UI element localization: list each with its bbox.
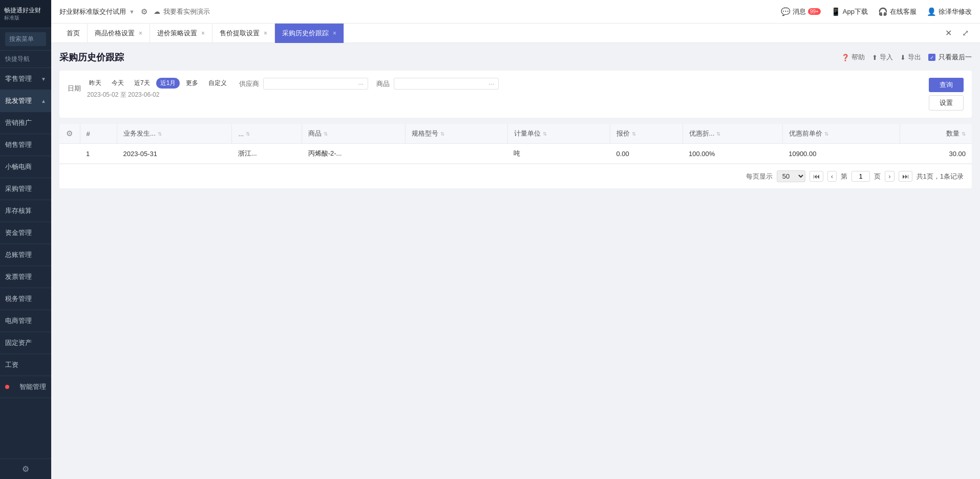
export-icon: ⬇ [900,54,906,61]
supplier-more-icon[interactable]: ··· [358,80,364,88]
col-spec: 规格型号 ⇅ [405,124,507,144]
next-page-button[interactable]: › [885,171,894,182]
sort-icon: ⇅ [632,131,636,137]
tab-history-price[interactable]: 采购历史价跟踪 × [275,24,344,43]
date-btn-custom[interactable]: 自定义 [204,78,231,89]
goods-input[interactable] [398,80,484,88]
last-page-button[interactable]: ⏭ [899,171,912,182]
sidebar-item-finance[interactable]: 资金管理 [0,222,51,244]
close-icon[interactable]: × [139,30,142,37]
supplier-filter-group: 供应商 ··· [239,78,368,90]
biz-date-sort[interactable]: 业务发生... ⇅ [123,129,162,138]
per-page-label: 每页显示 [746,172,773,181]
discount-sort[interactable]: 优惠折... ⇅ [689,129,721,138]
tab-sale-price[interactable]: 售价提取设置 × [212,24,275,43]
page-header: 采购历史价跟踪 ❓ 帮助 ⬆ 导入 ⬇ 导出 ✓ 只看最后一 [59,51,972,63]
first-page-button[interactable]: ⏮ [809,171,823,182]
user-profile-button[interactable]: 👤 徐泽华修改 [927,7,972,16]
goods-input-wrap: ··· [394,78,499,90]
query-button[interactable]: 查询 [929,78,964,92]
app-edition: 标准版 [4,14,41,21]
supplier-input[interactable] [268,80,354,88]
close-icon[interactable]: × [333,30,336,37]
message-label: 消息 [793,7,806,16]
sidebar-item-inventory[interactable]: 库存核算 [0,200,51,222]
row-pre-discount-cell: 10900.00 [782,144,900,164]
import-link[interactable]: ⬆ 导入 [872,53,893,62]
goods-sort[interactable]: 商品 ⇅ [308,129,328,138]
export-link[interactable]: ⬇ 导出 [900,53,921,62]
sidebar-item-invoice[interactable]: 发票管理 [0,266,51,288]
search-menu-button[interactable]: 搜索菜单 [5,32,46,46]
sidebar-quicknav[interactable]: 快捷导航 [0,51,51,68]
topbar-left: 好业财标准版交付试用 ▼ ⚙ ☁ 我要看实例演示 [59,7,210,16]
tabbar-end: ✕ ⤢ [942,27,972,39]
date-btn-yesterday[interactable]: 昨天 [85,78,105,89]
sidebar-item-purchase[interactable]: 采购管理 [0,178,51,200]
filter-bar: 日期 昨天 今天 近7天 近1月 更多 自定义 2023-05-02 至 202… [59,71,972,118]
row-index-cell: 1 [80,144,117,164]
chevron-down-icon: ▼ [41,76,46,82]
per-page-select[interactable]: 50 10 20 100 [777,170,805,182]
spec-sort[interactable]: 规格型号 ⇅ [412,129,444,138]
settings-button[interactable]: 设置 [929,95,964,111]
close-icon[interactable]: × [201,30,205,37]
col-pre-discount-label: 优惠前单价 [789,129,822,138]
date-btn-7days[interactable]: 近7天 [130,78,154,89]
sidebar-item-asset[interactable]: 固定资产 [0,332,51,354]
maximize-window-button[interactable]: ⤢ [959,27,972,39]
prev-page-button[interactable]: ‹ [827,171,837,182]
price-sort[interactable]: 报价 ⇅ [616,129,636,138]
date-btn-today[interactable]: 今天 [108,78,128,89]
tab-price[interactable]: 商品价格设置 × [88,24,150,43]
sidebar-item-sales[interactable]: 销售管理 [0,134,51,156]
date-btn-more[interactable]: 更多 [182,78,202,89]
sidebar-item-payroll[interactable]: 工资 [0,354,51,376]
close-window-button[interactable]: ✕ [942,27,955,39]
help-link[interactable]: ❓ 帮助 [841,53,865,62]
unit-sort[interactable]: 计量单位 ⇅ [514,129,547,138]
row-quantity-cell: 30.00 [900,144,972,164]
sidebar-item-marketing[interactable]: 营销推广 [0,112,51,134]
sidebar-item-ecom-small-label: 小畅电商 [5,162,32,171]
tab-home[interactable]: 首页 [59,24,88,43]
sidebar-item-inventory-label: 库存核算 [5,206,32,215]
sidebar-item-finance-label: 资金管理 [5,228,32,237]
sidebar-item-ledger[interactable]: 总账管理 [0,244,51,266]
sidebar-search-section: 搜索菜单 [0,28,51,51]
page-number-input[interactable] [851,171,870,182]
message-button[interactable]: 💬 消息 99+ [781,7,821,16]
topbar-settings-icon[interactable]: ⚙ [141,7,147,16]
sidebar-item-tax[interactable]: 税务管理 [0,288,51,310]
pre-discount-sort[interactable]: 优惠前单价 ⇅ [789,129,828,138]
close-icon[interactable]: × [264,30,267,37]
quantity-sort[interactable]: 数量 ⇅ [946,129,966,138]
help-icon: ❓ [841,54,849,61]
col-unit: 计量单位 ⇅ [507,124,610,144]
sidebar-item-retail[interactable]: 零售管理 ▼ [0,68,51,90]
col-more-label: ... [238,130,244,138]
filter-actions: 查询 设置 [929,78,964,111]
sidebar-item-smart[interactable]: 智能管理 [0,376,51,398]
only-last-checkbox-label[interactable]: ✓ 只看最后一 [928,53,972,62]
settings-icon[interactable]: ⚙ [22,464,29,474]
version-selector-text: 好业财标准版交付试用 [59,7,126,16]
app-download-button[interactable]: 📱 App下载 [831,7,868,16]
goods-more-icon[interactable]: ··· [488,80,494,88]
more-sort[interactable]: ... ⇅ [238,130,250,138]
sidebar-item-ecom[interactable]: 电商管理 [0,310,51,332]
sidebar-item-wholesale[interactable]: 批发管理 ▲ [0,90,51,112]
col-more: ... ⇅ [232,124,302,144]
sidebar-bottom: ⚙ [0,459,51,479]
headphone-icon: 🎧 [878,7,888,16]
sidebar-item-ecom-small[interactable]: 小畅电商 [0,156,51,178]
demo-button[interactable]: ☁ 我要看实例演示 [154,7,210,16]
only-last-checkbox[interactable]: ✓ [928,54,935,61]
version-selector[interactable]: 好业财标准版交付试用 ▼ [59,7,135,16]
supplier-filter-label: 供应商 [239,79,259,89]
online-service-button[interactable]: 🎧 在线客服 [878,7,917,16]
date-btn-1month[interactable]: 近1月 [156,78,180,89]
column-settings-icon[interactable]: ⚙ [66,129,73,138]
notification-dot [5,385,9,389]
tab-strategy[interactable]: 进价策略设置 × [150,24,212,43]
